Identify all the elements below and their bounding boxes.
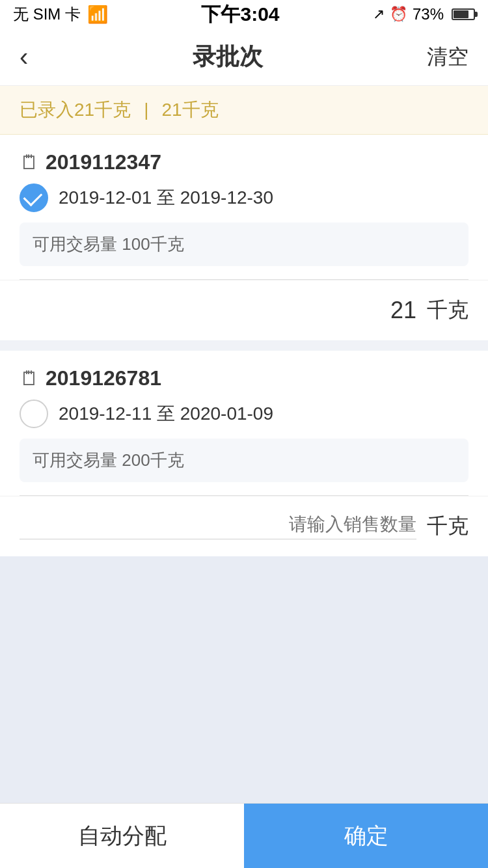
auto-distribute-button[interactable]: 自动分配	[0, 804, 244, 868]
batch1-unit: 千克	[427, 296, 468, 325]
info-divider: |	[144, 100, 148, 120]
batch1-id: 2019112347	[46, 150, 161, 174]
nav-bar: ‹ 录批次 清空	[0, 29, 488, 86]
location-icon: ↗	[373, 6, 385, 23]
batch2-radio[interactable]	[20, 400, 48, 428]
batch2-amount-input[interactable]	[183, 514, 416, 535]
batch1-date-row[interactable]: 2019-12-01 至 2019-12-30	[20, 183, 468, 212]
wifi-icon: 📶	[87, 5, 108, 25]
sim-status: 无 SIM 卡	[13, 4, 81, 25]
batch1-radio[interactable]	[20, 183, 48, 212]
clear-button[interactable]: 清空	[427, 43, 468, 72]
status-right: ↗ ⏰ 73%	[373, 5, 475, 23]
batch1-icon: 🗒	[20, 152, 39, 174]
info-amount: 21千克	[161, 98, 218, 122]
batch2-amount-row: 千克	[0, 496, 488, 556]
batch2-unit: 千克	[427, 512, 468, 541]
page-title: 录批次	[193, 41, 263, 73]
back-button[interactable]: ‹	[20, 42, 28, 72]
batch2-date-row[interactable]: 2019-12-11 至 2020-01-09	[20, 400, 468, 428]
batch2-input-wrapper[interactable]	[20, 514, 416, 539]
batch2-id-row: 🗒 2019126781	[20, 366, 468, 390]
batch-item-2: 🗒 2019126781 2019-12-11 至 2020-01-09 可用交…	[0, 351, 488, 556]
bottom-area	[0, 556, 488, 843]
status-bar: 无 SIM 卡 📶 下午3:04 ↗ ⏰ 73%	[0, 0, 488, 29]
batch1-amount-value: 21	[390, 297, 416, 324]
batch2-available: 可用交易量 200千克	[20, 439, 468, 482]
input-underline	[20, 539, 416, 539]
alarm-icon: ⏰	[390, 6, 407, 23]
batch1-amount-row: 21 千克	[0, 280, 488, 340]
batch2-id: 2019126781	[46, 366, 161, 390]
recorded-label: 已录入21千克	[20, 98, 131, 122]
battery-percent: 73%	[413, 5, 444, 23]
separator-1	[0, 340, 488, 351]
confirm-button[interactable]: 确定	[244, 804, 488, 868]
batch2-icon: 🗒	[20, 368, 39, 390]
bottom-buttons: 自动分配 确定	[0, 803, 488, 868]
info-bar: 已录入21千克 | 21千克	[0, 86, 488, 135]
time-display: 下午3:04	[201, 1, 279, 28]
batch2-date: 2019-12-11 至 2020-01-09	[59, 401, 273, 426]
status-left: 无 SIM 卡 📶	[13, 4, 108, 25]
batch1-available: 可用交易量 100千克	[20, 223, 468, 266]
batch1-id-row: 🗒 2019112347	[20, 150, 468, 174]
battery-icon	[452, 8, 475, 20]
batch1-date: 2019-12-01 至 2019-12-30	[59, 185, 273, 210]
batch-item-1: 🗒 2019112347 2019-12-01 至 2019-12-30 可用交…	[0, 135, 488, 340]
